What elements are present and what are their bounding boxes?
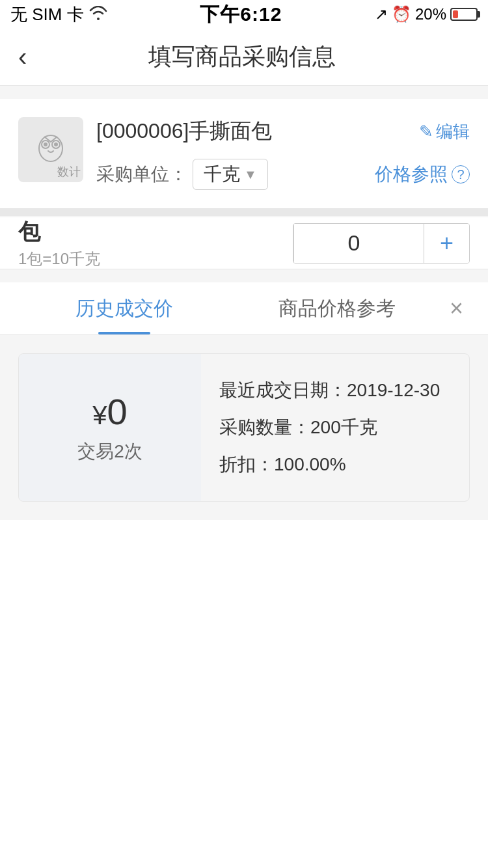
currency-symbol: ¥ [92,401,107,429]
back-button[interactable]: ‹ [18,42,40,72]
unit-label: 采购单位： [96,162,187,187]
price-card: ¥0 交易2次 最近成交日期：2019-12-30 采购数量：200千克 折扣：… [18,353,470,502]
status-left: 无 SIM 卡 [10,3,107,26]
location-icon: ↗ [375,5,388,23]
price-card-right: 最近成交日期：2019-12-30 采购数量：200千克 折扣：100.00% [201,354,469,501]
product-header: [0000006]手撕面包 ✎ 编辑 [96,117,470,146]
edit-icon: ✎ [419,122,433,142]
price-ref-label: 价格参照 [375,162,448,187]
product-unit-row: 采购单位： 千克 ▼ 价格参照 ? [96,159,470,190]
recent-date-value: 2019-12-30 [347,380,440,400]
page-title: 填写商品采购信息 [40,41,444,73]
product-title: 手撕面包 [189,119,272,142]
qty-unit-sub: 1包=10千克 [18,249,100,269]
product-card: 数计 [0000006]手撕面包 ✎ 编辑 采购单位： 千克 ▼ 价格参照 ? [0,99,488,208]
battery-percent: 20% [415,5,446,23]
tabs-container: 历史成交价 商品价格参考 × [0,282,488,335]
product-id: [0000006] [96,119,189,142]
product-thumbnail: 数计 [18,117,83,182]
discount-row: 折扣：100.00% [219,452,451,477]
tabs-row: 历史成交价 商品价格参考 × [0,282,488,334]
battery-icon [450,8,478,21]
status-right: ↗ ⏰ 20% [375,5,478,23]
price-amount: ¥0 [92,390,127,433]
unit-value: 千克 [204,162,240,187]
purchase-qty-row: 采购数量：200千克 [219,414,451,440]
tab-price-ref[interactable]: 商品价格参考 [230,282,442,334]
section-divider [0,208,488,216]
qty-controls: + [293,223,470,264]
qty-label-block: 包 1包=10千克 [18,217,100,269]
price-ref-help-icon: ? [452,165,470,183]
product-info: [0000006]手撕面包 ✎ 编辑 采购单位： 千克 ▼ 价格参照 ? [96,117,470,190]
recent-date-label: 最近成交日期： [219,380,347,400]
unit-select[interactable]: 千克 ▼ [193,159,268,190]
thumb-sub-label: 数计 [57,164,81,180]
status-bar: 无 SIM 卡 下午6:12 ↗ ⏰ 20% [0,0,488,29]
recent-date-row: 最近成交日期：2019-12-30 [219,377,451,403]
tab-history-price[interactable]: 历史成交价 [18,282,230,334]
discount-label: 折扣： [219,454,274,474]
qty-unit-main: 包 [18,217,100,247]
product-name: [0000006]手撕面包 [96,117,272,146]
svg-point-3 [44,142,47,146]
tab-history-label: 历史成交价 [75,295,173,322]
unit-dropdown-arrow: ▼ [244,167,257,182]
svg-point-0 [39,135,62,161]
wifi-icon [89,5,107,25]
qty-input[interactable] [293,224,424,263]
discount-value: 100.00% [274,454,346,474]
tabs-close-button[interactable]: × [443,295,470,322]
quantity-section: 包 1包=10千克 + [0,217,488,269]
amount-value: 0 [107,391,128,432]
tab-price-ref-label: 商品价格参考 [278,295,396,322]
price-card-left: ¥0 交易2次 [19,354,201,501]
svg-point-4 [54,142,58,146]
page-bottom-fill [0,520,488,868]
purchase-qty-label: 采购数量： [219,417,310,437]
qty-plus-button[interactable]: + [424,224,469,263]
time-display: 下午6:12 [200,1,282,28]
alarm-icon: ⏰ [392,5,411,23]
purchase-qty-value: 200千克 [310,417,377,437]
trade-count: 交易2次 [77,439,142,464]
carrier-text: 无 SIM 卡 [10,3,84,26]
edit-button[interactable]: ✎ 编辑 [419,120,470,143]
price-ref-button[interactable]: 价格参照 ? [375,162,470,187]
nav-bar: ‹ 填写商品采购信息 [0,29,488,86]
edit-label: 编辑 [436,120,470,143]
